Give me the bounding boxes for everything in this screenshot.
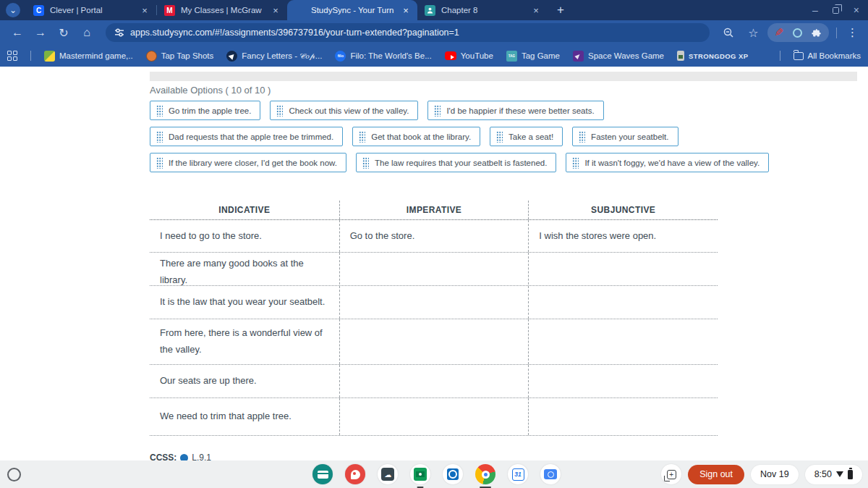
option-chip[interactable]: If it wasn't foggy, we'd have a view of … xyxy=(566,153,769,172)
shelf-apps: ☁ 31 xyxy=(312,464,561,484)
drop-cell[interactable] xyxy=(528,398,718,435)
youtube-icon xyxy=(445,51,456,60)
browser-menu-button[interactable]: ⋮ xyxy=(844,26,861,39)
fancy-letters-icon xyxy=(226,51,237,62)
launcher-button[interactable] xyxy=(7,468,21,481)
capture-icon: + xyxy=(667,470,676,479)
gallery-app-icon[interactable]: ☁ xyxy=(378,464,398,484)
bookmark-label: Mastermind game,.. xyxy=(59,51,133,60)
tab-studysync-active[interactable]: StudySync - Your Turn 1 - Verb × xyxy=(287,0,417,20)
content-top-strip xyxy=(150,72,857,81)
canvas-app-icon[interactable] xyxy=(345,464,365,484)
studysync-favicon xyxy=(294,5,305,16)
drag-handle-icon xyxy=(156,131,163,143)
puzzle-extensions-icon[interactable] xyxy=(811,28,822,38)
minimize-icon[interactable]: – xyxy=(812,4,818,16)
drop-cell[interactable] xyxy=(528,365,718,397)
restore-icon[interactable] xyxy=(833,7,839,14)
table-cell: We need to trim that apple tree. xyxy=(150,398,339,435)
option-chip[interactable]: Dad requests that the apple tree be trim… xyxy=(150,127,343,146)
calendar-app-icon[interactable]: 31 xyxy=(508,464,528,484)
bookmark-mastermind[interactable]: Mastermind game,.. xyxy=(44,51,133,62)
tab-search-button[interactable]: ⌄ xyxy=(6,3,20,17)
drop-cell[interactable] xyxy=(339,319,529,364)
sign-out-button[interactable]: Sign out xyxy=(688,465,744,484)
back-icon: ← xyxy=(12,26,23,39)
bookmarks-bar: Mastermind game,.. Tap Tap Shots Fancy L… xyxy=(0,45,868,67)
person-favicon xyxy=(425,5,435,16)
tab-label: Chapter 8 xyxy=(441,6,524,14)
tune-icon[interactable] xyxy=(114,28,124,38)
reload-icon: ↻ xyxy=(59,26,68,40)
bookmark-fancy-letters[interactable]: Fancy Letters - 𝒞𝑜𝓅... xyxy=(226,51,322,62)
option-chip[interactable]: Fasten your seatbelt. xyxy=(572,127,678,146)
address-bar[interactable]: apps.studysync.com/#!/assignments/396737… xyxy=(106,23,710,42)
drop-cell[interactable] xyxy=(339,286,529,319)
column-header: INDICATIVE xyxy=(150,201,339,219)
drop-cell[interactable] xyxy=(528,286,718,319)
page-content: Available Options ( 10 of 10 ) Go trim t… xyxy=(0,67,868,460)
apps-grid-icon[interactable] xyxy=(7,51,17,61)
home-button[interactable]: ⌂ xyxy=(77,22,97,43)
close-tab-icon[interactable]: × xyxy=(530,4,542,16)
shield-extension-icon[interactable] xyxy=(793,28,802,38)
tab-chapter-8[interactable]: Chapter 8 × xyxy=(417,0,548,20)
bookmark-youtube[interactable]: YouTube xyxy=(445,51,493,60)
drop-cell[interactable] xyxy=(339,365,529,397)
wifi-icon xyxy=(836,471,843,477)
option-chip[interactable]: The law requires that your seatbelt is f… xyxy=(356,153,556,172)
wallet-app-icon[interactable] xyxy=(312,464,333,484)
close-tab-icon[interactable]: × xyxy=(400,4,412,16)
close-tab-icon[interactable]: × xyxy=(270,4,281,16)
time-label: 8:50 xyxy=(814,469,832,479)
bookmark-label: Tag Game xyxy=(522,51,560,60)
ccss-code: L.9.1 xyxy=(192,453,211,460)
status-tray: + Sign out Nov 19 8:50 xyxy=(661,464,862,484)
new-tab-button[interactable]: + xyxy=(552,1,569,19)
camera-app-icon[interactable] xyxy=(540,464,561,484)
all-bookmarks-button[interactable]: All Bookmarks xyxy=(793,51,861,60)
ccss-label: CCSS: xyxy=(150,453,176,460)
option-label: The law requires that your seatbelt is f… xyxy=(375,159,547,167)
option-label: Get that book at the library. xyxy=(371,132,471,141)
bookmarks-divider xyxy=(780,51,780,61)
zoom-button[interactable] xyxy=(718,22,739,43)
option-chip[interactable]: Take a seat! xyxy=(490,127,563,146)
bookmark-tap-tap-shots[interactable]: Tap Tap Shots xyxy=(146,51,214,62)
forward-button[interactable]: → xyxy=(30,22,51,43)
back-button[interactable]: ← xyxy=(7,22,27,43)
bookmark-space-waves[interactable]: Space Waves Game xyxy=(573,51,664,62)
option-chip[interactable]: I'd be happier if these were better seat… xyxy=(427,101,603,120)
bookmark-star-button[interactable]: ☆ xyxy=(743,22,763,43)
clever-favicon: C xyxy=(33,5,44,16)
table-header-row: INDICATIVE IMPERATIVE SUBJUNCTIVE xyxy=(150,201,718,220)
drop-cell[interactable] xyxy=(528,319,718,364)
tab-clever-portal[interactable]: C Clever | Portal × xyxy=(26,0,156,20)
tab-mcgraw-hill[interactable]: M My Classes | McGraw Hill × xyxy=(157,0,287,20)
table-row: There are many good books at the library… xyxy=(150,253,718,286)
time-status-pill[interactable]: 8:50 xyxy=(805,465,862,484)
option-chip[interactable]: Check out this view of the valley. xyxy=(270,101,418,120)
table-cell: Our seats are up there. xyxy=(150,365,339,397)
chrome-app-icon[interactable] xyxy=(475,464,495,484)
url-text[interactable]: apps.studysync.com/#!/assignments/396737… xyxy=(130,28,459,38)
option-chip[interactable]: Get that book at the library. xyxy=(352,127,480,146)
screen-capture-button[interactable]: + xyxy=(661,464,681,484)
bookmark-filo[interactable]: filoFilo: The World's Be... xyxy=(335,51,431,62)
screen: ⌄ C Clever | Portal × M My Classes | McG… xyxy=(0,0,868,488)
close-window-icon[interactable]: × xyxy=(854,4,859,16)
tab-label: Clever | Portal xyxy=(50,6,133,14)
pen-extension-icon[interactable]: ✎ xyxy=(775,26,784,39)
date-pill[interactable]: Nov 19 xyxy=(751,465,799,484)
mail-app-icon[interactable] xyxy=(443,464,463,484)
close-tab-icon[interactable]: × xyxy=(139,4,150,16)
bookmark-strongdog[interactable]: STRONGDOG XP xyxy=(677,51,748,61)
option-chip[interactable]: If the library were closer, I'd get the … xyxy=(150,153,346,172)
reload-button[interactable]: ↻ xyxy=(54,22,74,43)
bookmark-tag-game[interactable]: TAGTag Game xyxy=(506,51,560,62)
drop-cell[interactable] xyxy=(339,398,529,435)
standard-info-icon[interactable] xyxy=(180,454,188,461)
classroom-app-icon[interactable] xyxy=(410,464,430,484)
option-chip[interactable]: Go trim the apple tree. xyxy=(150,101,260,120)
table-row: Our seats are up there. xyxy=(150,365,718,398)
